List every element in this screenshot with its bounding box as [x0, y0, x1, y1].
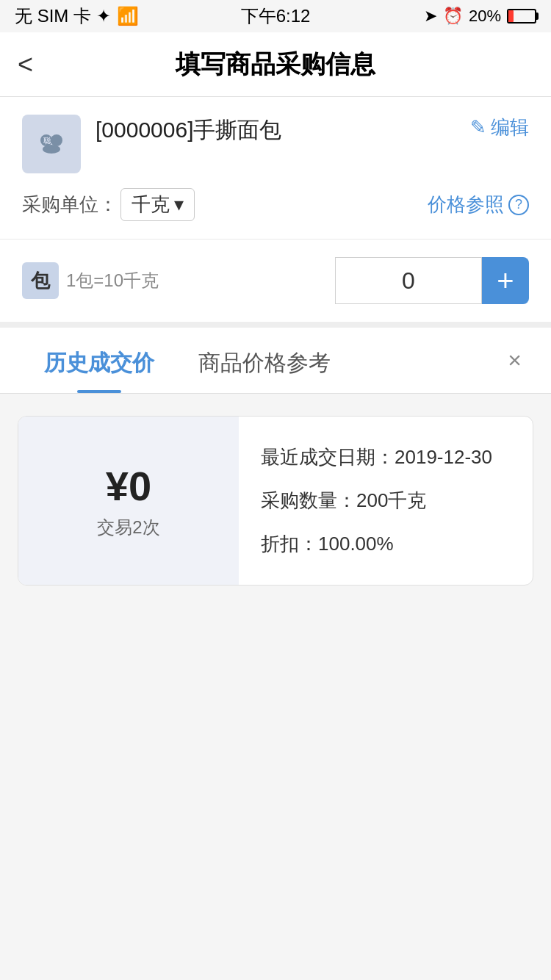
price-card: ¥0 交易2次 最近成交日期：2019-12-30 采购数量：200千克 折扣：…: [18, 416, 533, 586]
price-ref-button[interactable]: 价格参照 ?: [428, 192, 529, 217]
sim-status: 无 SIM 卡 ✦: [15, 4, 111, 28]
svg-text:聪: 聪: [43, 137, 51, 145]
qty-plus-button[interactable]: +: [482, 257, 529, 304]
nav-bar: < 填写商品采购信息: [0, 32, 551, 97]
svg-point-1: [51, 134, 62, 146]
tab-history-price[interactable]: 历史成交价: [22, 328, 176, 393]
product-name: [0000006]手撕面包: [96, 115, 281, 145]
wifi-icon: 📶: [117, 6, 139, 26]
qty-left: 包 1包=10千克: [22, 262, 159, 299]
battery-percent: 20%: [469, 7, 501, 26]
status-left: 无 SIM 卡 ✦ 📶: [15, 4, 139, 28]
info-icon: ?: [508, 195, 529, 215]
discount-label: 折扣：: [261, 533, 318, 555]
back-button[interactable]: <: [18, 49, 33, 80]
status-time: 下午6:12: [241, 4, 311, 28]
content-area: ¥0 交易2次 最近成交日期：2019-12-30 采购数量：200千克 折扣：…: [0, 394, 551, 908]
price-qty-row: 采购数量：200千克: [261, 486, 511, 515]
dropdown-chevron-icon: ▾: [174, 193, 184, 216]
battery-icon: [507, 9, 536, 24]
price-discount-row: 折扣：100.00%: [261, 530, 511, 558]
product-left: 聪 [0000006]手撕面包: [22, 115, 281, 173]
product-image: 聪: [22, 115, 81, 173]
edit-icon: ✎: [470, 116, 486, 139]
status-right: ➤ ⏰ 20%: [424, 7, 536, 26]
discount-value: 100.00%: [318, 533, 394, 555]
date-label: 最近成交日期：: [261, 446, 395, 468]
date-value: 2019-12-30: [395, 446, 492, 468]
tabs: 历史成交价 商品价格参考: [22, 328, 353, 393]
qty-value: 200千克: [356, 489, 426, 511]
quantity-section: 包 1包=10千克 +: [0, 239, 551, 328]
unit-label: 采购单位：: [22, 193, 118, 215]
svg-point-2: [43, 145, 60, 154]
quantity-input[interactable]: [335, 257, 482, 304]
price-transactions: 交易2次: [97, 516, 159, 539]
price-ref-label: 价格参照: [428, 192, 504, 217]
edit-button[interactable]: ✎ 编辑: [470, 115, 529, 140]
unit-value: 千克: [132, 192, 170, 217]
tab-product-price-ref[interactable]: 商品价格参考: [176, 328, 353, 393]
tab-section: 历史成交价 商品价格参考 ×: [0, 328, 551, 394]
qty-conversion: 1包=10千克: [66, 269, 159, 292]
unit-left: 采购单位： 千克 ▾: [22, 188, 195, 221]
currency-symbol: ¥: [106, 463, 129, 509]
price-date-row: 最近成交日期：2019-12-30: [261, 443, 511, 472]
price-right-panel: 最近成交日期：2019-12-30 采购数量：200千克 折扣：100.00%: [239, 417, 533, 585]
product-logo-icon: 聪: [33, 126, 70, 162]
product-section: 聪 [0000006]手撕面包 ✎ 编辑 采购单位： 千克 ▾ 价格参照 ?: [0, 97, 551, 239]
unit-dropdown[interactable]: 千克 ▾: [120, 188, 195, 221]
qty-unit-box: 包: [22, 262, 59, 299]
qty-input-group: +: [335, 257, 529, 304]
alarm-icon: ⏰: [443, 7, 463, 26]
price-left-panel: ¥0 交易2次: [18, 417, 239, 585]
qty-label: 采购数量：: [261, 489, 356, 511]
product-unit-row: 采购单位： 千克 ▾ 价格参照 ?: [22, 188, 529, 221]
price-value: 0: [129, 463, 151, 509]
location-icon: ➤: [424, 7, 437, 26]
page-title: 填写商品采购信息: [176, 48, 375, 82]
edit-label: 编辑: [491, 115, 529, 140]
price-amount: ¥0: [106, 462, 151, 510]
tab-close-button[interactable]: ×: [500, 339, 529, 381]
product-header: 聪 [0000006]手撕面包 ✎ 编辑: [22, 115, 529, 173]
status-bar: 无 SIM 卡 ✦ 📶 下午6:12 ➤ ⏰ 20%: [0, 0, 551, 32]
tab-header: 历史成交价 商品价格参考 ×: [0, 328, 551, 393]
